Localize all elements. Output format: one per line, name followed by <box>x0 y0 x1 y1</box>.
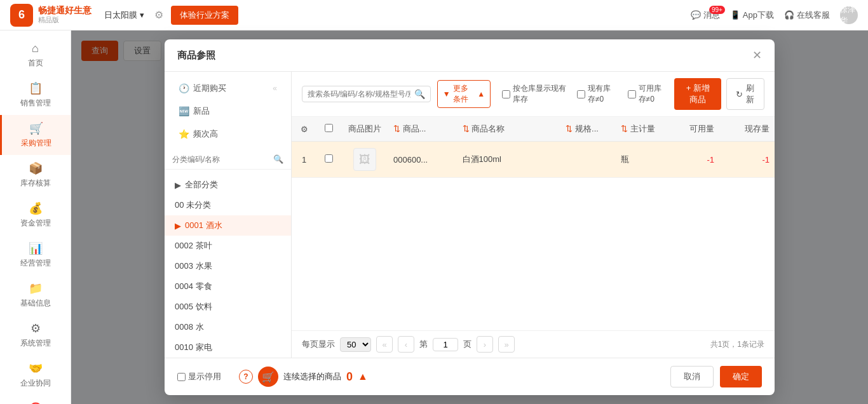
sidebar-item-basic[interactable]: 📁 基础信息 <box>0 275 71 315</box>
select-all-checkbox[interactable] <box>325 124 333 132</box>
last-page-button[interactable]: » <box>498 336 515 353</box>
message-icon: 💬 <box>691 10 701 20</box>
brand-sub: 精品版 <box>38 15 92 25</box>
col-spec-header[interactable]: ⇅ 规格... <box>560 117 616 142</box>
show-disabled-checkbox[interactable]: 显示停用 <box>177 371 221 382</box>
col-code-header[interactable]: ⇅ 商品... <box>388 117 458 142</box>
checkbox-warehouse[interactable]: 按仓库显示现有库存 <box>502 83 567 105</box>
category-item-0004[interactable]: 0004 零食 <box>165 276 291 297</box>
table-area: ⚙ 商品图片 ⇅ 商品... <box>292 117 775 330</box>
sidebar-item-inventory[interactable]: 📦 库存核算 <box>0 155 71 195</box>
category-item-0002[interactable]: 0002 茶叶 <box>165 236 291 256</box>
disabled-checkbox[interactable] <box>177 373 186 381</box>
sidebar-item-system[interactable]: ⚙ 系统管理 <box>0 315 71 355</box>
nav-item-label: 近期购买 <box>193 83 226 94</box>
settings-icon[interactable]: ⚙ <box>154 9 163 21</box>
page-input[interactable]: 1 <box>433 338 458 351</box>
collapse-icon: « <box>273 84 277 93</box>
nav-item-recent[interactable]: 🕐 近期购买 « <box>172 78 283 98</box>
app-download-button[interactable]: 📱 App下载 <box>730 10 774 21</box>
user-button[interactable]: 徐泽华 <box>840 6 858 24</box>
sidebar-item-sales[interactable]: 📋 销售管理 <box>0 75 71 115</box>
modal-close-button[interactable]: ✕ <box>752 48 762 62</box>
service-label: 在线客服 <box>797 10 830 21</box>
category-label: 0002 茶叶 <box>175 240 212 252</box>
nav-item-new[interactable]: 🆕 新品 <box>172 101 283 121</box>
sidebar-item-label: 首页 <box>28 58 43 69</box>
service-button[interactable]: 🎧 在线客服 <box>784 10 830 21</box>
help-button[interactable]: ? <box>239 370 253 384</box>
avail-checkbox[interactable] <box>628 90 636 98</box>
stock-checkbox[interactable] <box>577 90 585 98</box>
sidebar-item-enterprise[interactable]: 🤝 企业协同 <box>0 355 71 395</box>
warehouse-checkbox[interactable] <box>502 90 510 98</box>
product-table: ⚙ 商品图片 ⇅ 商品... <box>292 117 775 178</box>
footer-right: 取消 确定 <box>670 366 762 387</box>
col-unit-header[interactable]: ⇅ 主计量 <box>616 117 664 142</box>
trial-button[interactable]: 体验行业方案 <box>171 6 238 25</box>
home-icon: ⌂ <box>32 42 39 55</box>
per-page-label: 每页显示 <box>302 339 335 350</box>
main-layout: ⌂ 首页 📋 销售管理 🛒 采购管理 📦 库存核算 💰 资金管理 📊 经营管理 … <box>0 30 868 404</box>
sidebar-item-label: 企业协同 <box>20 378 51 389</box>
row-checkbox[interactable] <box>316 142 341 178</box>
product-image: 🖼 <box>353 148 376 171</box>
inventory-icon: 📦 <box>29 161 43 175</box>
page-label-2: 页 <box>463 339 471 350</box>
per-page-select[interactable]: 50 <box>340 337 371 352</box>
first-page-button[interactable]: « <box>376 336 393 353</box>
category-item-all[interactable]: ▶ 全部分类 <box>165 175 291 195</box>
category-item-0003[interactable]: 0003 水果 <box>165 256 291 276</box>
nav-items: 🕐 近期购买 « 🆕 新品 ⭐ 频次高 <box>165 78 291 149</box>
row-img: 🖼 <box>341 142 388 178</box>
phone-icon: 📱 <box>730 10 740 20</box>
toolbar: 🔍 ▼ 更多条件 ▲ 按仓库显示现有库存 <box>292 72 775 117</box>
next-page-button[interactable]: › <box>477 336 493 353</box>
table-row[interactable]: 1 🖼 000600... 白酒100ml 瓶 <box>292 142 775 178</box>
message-button[interactable]: 💬 消息 99+ <box>691 10 720 21</box>
search-icon-button[interactable]: 🔍 <box>414 89 425 99</box>
sidebar-item-operation[interactable]: 📊 经营管理 <box>0 235 71 275</box>
add-product-button[interactable]: + 新增商品 <box>674 78 721 110</box>
message-badge: 99+ <box>709 6 725 14</box>
category-item-0010[interactable]: 0010 家电 <box>165 337 291 351</box>
cart-button[interactable]: 🛒 <box>258 367 278 387</box>
cart-count: 0 <box>346 370 353 384</box>
modal-overlay: 商品参照 ✕ 🕐 近期购买 « � <box>71 30 868 404</box>
nav-item-frequent[interactable]: ⭐ 频次高 <box>172 124 283 144</box>
store-selector[interactable]: 日太阳膜 ▾ <box>104 10 147 21</box>
sort-icon: ⇅ <box>463 124 470 133</box>
category-search: 🔍 <box>165 149 291 170</box>
category-item-0005[interactable]: 0005 饮料 <box>165 297 291 317</box>
guide-icon: 🎯 <box>29 401 43 404</box>
sidebar-item-guide[interactable]: 🎯 新手引导 <box>0 395 71 404</box>
refresh-button[interactable]: ↻ 刷新 <box>726 78 764 110</box>
arrow-icon: ▶ <box>175 180 181 190</box>
sidebar-item-finance[interactable]: 💰 资金管理 <box>0 195 71 235</box>
checkbox-avail-not-zero[interactable]: 可用库存≠0 <box>628 83 668 105</box>
refresh-label: 刷新 <box>745 83 755 105</box>
category-search-input[interactable] <box>172 155 269 164</box>
checkbox-group: 按仓库显示现有库存 现有库存≠0 可用库存≠0 <box>502 83 668 105</box>
collapse-footer-icon[interactable]: ▲ <box>358 371 368 382</box>
category-item-00[interactable]: 00 未分类 <box>165 195 291 215</box>
category-item-0001[interactable]: ▶ 0001 酒水 <box>165 215 291 236</box>
filter-label: 更多条件 <box>453 83 475 105</box>
search-icon[interactable]: 🔍 <box>273 154 283 164</box>
search-input[interactable] <box>308 90 410 98</box>
col-name-header[interactable]: ⇅ 商品名称 <box>458 117 561 142</box>
confirm-button[interactable]: 确定 <box>720 366 762 387</box>
filter-icon: ▼ <box>443 90 451 98</box>
category-item-0008[interactable]: 0008 水 <box>165 317 291 337</box>
cancel-button[interactable]: 取消 <box>670 366 714 387</box>
footer-center: ? 🛒 连续选择的商品 0 ▲ <box>239 367 368 387</box>
filter-button[interactable]: ▼ 更多条件 ▲ <box>437 80 491 108</box>
search-box: 🔍 <box>302 86 431 102</box>
modal-footer: 显示停用 ? 🛒 连续选择的商品 0 ▲ 取消 确定 <box>165 358 775 395</box>
sidebar-item-label: 经营管理 <box>20 258 51 269</box>
checkbox-stock-not-zero[interactable]: 现有库存≠0 <box>577 83 618 105</box>
prev-page-button[interactable]: ‹ <box>398 336 414 353</box>
sidebar-item-purchase[interactable]: 🛒 采购管理 <box>0 115 71 155</box>
sidebar-item-home[interactable]: ⌂ 首页 <box>0 36 71 75</box>
sidebar-item-label: 销售管理 <box>20 98 51 109</box>
